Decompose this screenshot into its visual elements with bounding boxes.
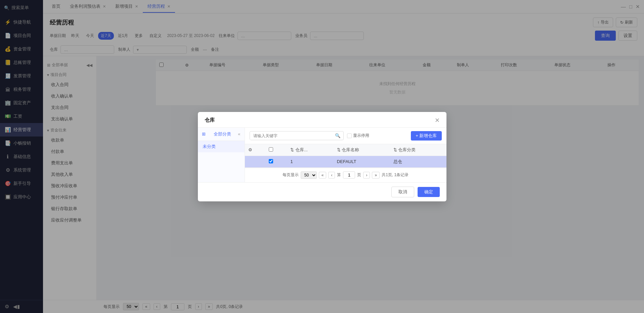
modal-search-button[interactable]: 🔍 (332, 131, 343, 140)
modal-header: 仓库 ✕ (198, 112, 446, 128)
modal-page-label: 算 (337, 172, 341, 178)
modal-warehouse-table: ⚙ ⇅ 仓库... ⇅ 仓库名称 (245, 144, 446, 168)
all-category-label: 全部分类 (214, 131, 231, 137)
modal-page-unit: 页 (357, 172, 361, 178)
modal-footer: 取消 确定 (198, 182, 446, 201)
modal-gear-icon[interactable]: ⚙ (248, 147, 252, 152)
modal-per-page-select[interactable]: 50 (301, 171, 317, 179)
uncategorized-label: 未分类 (203, 144, 216, 149)
modal-search-input[interactable] (250, 132, 332, 140)
category-collapse-icon[interactable]: « (238, 131, 240, 136)
modal-close-button[interactable]: ✕ (435, 117, 440, 124)
add-warehouse-button[interactable]: + 新增仓库 (411, 131, 441, 141)
modal-right-panel: 🔍 显示停用 + 新增仓库 ⚙ (245, 128, 446, 182)
modal-left-panel: ⊞ 全部分类 « 未分类 (198, 128, 245, 182)
modal-search-box: 🔍 (250, 131, 344, 140)
modal-th-category[interactable]: ⇅ 仓库分类 (390, 144, 446, 156)
row-checkbox[interactable] (269, 159, 273, 163)
sort-icon-name: ⇅ (337, 147, 341, 152)
modal-th-name[interactable]: ⇅ 仓库名称 (334, 144, 390, 156)
modal-th-settings: ⚙ (245, 144, 266, 156)
modal-cat-uncategorized[interactable]: 未分类 (198, 141, 245, 152)
modal-col-category: 仓库分类 (398, 147, 416, 152)
modal-category-header: ⊞ 全部分类 « (198, 128, 245, 141)
show-disabled-text: 显示停用 (353, 133, 369, 139)
modal-toolbar: 🔍 显示停用 + 新增仓库 (245, 128, 446, 144)
modal-col-name: 仓库名称 (342, 147, 359, 152)
modal-th-checkbox (265, 144, 287, 156)
modal-overlay: 仓库 ✕ ⊞ 全部分类 « 未分类 (0, 0, 644, 313)
modal-total-label: 共1页, 1条记录 (382, 172, 409, 178)
cancel-button[interactable]: 取消 (391, 187, 414, 197)
modal-select-all[interactable] (269, 147, 273, 152)
all-category-icon: ⊞ (202, 131, 206, 136)
modal-col-code: 仓库... (295, 147, 308, 152)
modal-first-btn[interactable]: « (319, 172, 327, 179)
row-checkbox-cell (265, 156, 287, 167)
row-id-cell: 1 (287, 156, 333, 167)
modal-prev-btn[interactable]: ‹ (328, 172, 335, 179)
row-code-cell: DEFAULT (334, 156, 390, 167)
row-name-cell: 总仓 (390, 156, 446, 167)
warehouse-modal: 仓库 ✕ ⊞ 全部分类 « 未分类 (198, 112, 446, 201)
show-disabled-checkbox[interactable] (347, 133, 352, 138)
sort-icon-category: ⇅ (393, 147, 397, 152)
modal-next-btn[interactable]: › (363, 172, 370, 179)
modal-title: 仓库 (205, 117, 215, 123)
modal-page-input[interactable] (343, 171, 355, 179)
confirm-button[interactable]: 确定 (418, 187, 440, 197)
modal-th-code[interactable]: ⇅ 仓库... (287, 144, 333, 156)
table-row[interactable]: 1 DEFAULT 总仓 (245, 156, 446, 167)
modal-pagination: 每页显示 50 « ‹ 算 页 › » 共1页, 1条记录 (245, 168, 446, 182)
row-settings-cell (245, 156, 266, 167)
modal-per-page-label: 每页显示 (283, 172, 299, 178)
sort-icon-code: ⇅ (290, 147, 294, 152)
modal-body: ⊞ 全部分类 « 未分类 🔍 显示停 (198, 128, 446, 182)
modal-last-btn[interactable]: » (372, 172, 380, 179)
show-disabled-label[interactable]: 显示停用 (347, 133, 369, 139)
modal-table-wrap: ⚙ ⇅ 仓库... ⇅ 仓库名称 (245, 144, 446, 168)
